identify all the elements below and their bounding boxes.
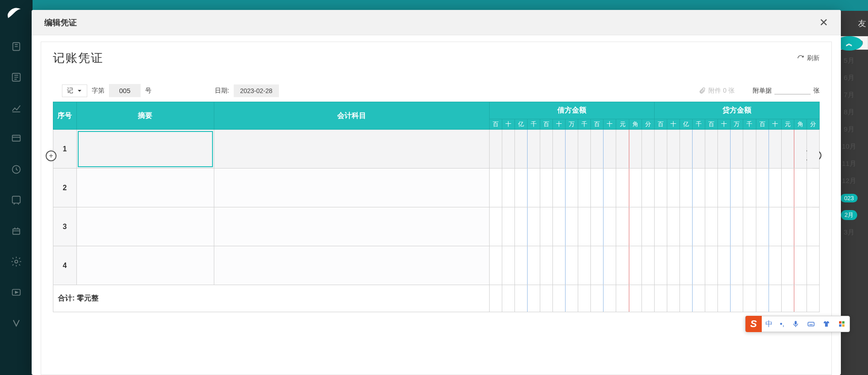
amount-digit[interactable] <box>591 246 604 285</box>
amount-digit[interactable] <box>578 130 591 169</box>
amount-digit[interactable] <box>616 207 629 246</box>
summary-cell[interactable] <box>76 169 214 207</box>
amount-digit[interactable] <box>616 130 629 169</box>
amount-digit[interactable] <box>718 130 731 169</box>
nav-icon-4[interactable] <box>10 133 22 145</box>
amount-digit[interactable] <box>540 169 552 207</box>
amount-digit[interactable] <box>756 207 769 246</box>
amount-digit[interactable] <box>693 169 705 207</box>
amount-digit[interactable] <box>578 207 591 246</box>
account-cell[interactable] <box>214 130 489 169</box>
amount-digit[interactable] <box>629 207 642 246</box>
amount-digit[interactable] <box>489 207 502 246</box>
nav-icon-v[interactable] <box>10 317 22 329</box>
amount-digit[interactable] <box>679 246 692 285</box>
voucher-type-select[interactable]: 记 <box>62 84 87 97</box>
year-pill[interactable]: 023 <box>840 194 858 202</box>
date-input[interactable]: 2023-02-28 <box>234 84 279 97</box>
amount-digit[interactable] <box>566 207 578 246</box>
amount-digit[interactable] <box>718 246 731 285</box>
amount-digit[interactable] <box>553 169 566 207</box>
amount-digit[interactable] <box>769 207 781 246</box>
amount-digit[interactable] <box>781 207 794 246</box>
amount-digit[interactable] <box>566 130 578 169</box>
summary-cell[interactable] <box>76 130 214 169</box>
amount-digit[interactable] <box>553 246 566 285</box>
amount-digit[interactable] <box>514 246 527 285</box>
amount-digit[interactable] <box>769 169 781 207</box>
nav-icon-1[interactable] <box>10 41 22 52</box>
amount-digit[interactable] <box>769 130 781 169</box>
ime-keyboard-icon[interactable] <box>803 320 819 328</box>
amount-digit[interactable] <box>679 207 692 246</box>
amount-digit[interactable] <box>667 169 679 207</box>
amount-digit[interactable] <box>502 130 514 169</box>
amount-digit[interactable] <box>781 246 794 285</box>
amount-digit[interactable] <box>794 169 807 207</box>
amount-digit[interactable] <box>629 246 642 285</box>
gear-icon[interactable] <box>10 256 22 267</box>
amount-digit[interactable] <box>654 130 667 169</box>
amount-digit[interactable] <box>756 246 769 285</box>
attachment-link[interactable]: 附件 0 张 <box>698 87 735 95</box>
amount-digit[interactable] <box>731 130 743 169</box>
amount-digit[interactable] <box>616 169 629 207</box>
amount-digit[interactable] <box>654 246 667 285</box>
amount-digit[interactable] <box>514 169 527 207</box>
amount-digit[interactable] <box>566 169 578 207</box>
amount-digit[interactable] <box>604 130 616 169</box>
summary-cell[interactable] <box>76 207 214 246</box>
amount-digit[interactable] <box>731 169 743 207</box>
amount-digit[interactable] <box>769 246 781 285</box>
attach-doc-input[interactable] <box>774 87 811 94</box>
nav-icon-7[interactable] <box>10 225 22 237</box>
amount-digit[interactable] <box>807 130 819 169</box>
nav-icon-3[interactable] <box>10 102 22 114</box>
amount-digit[interactable] <box>807 207 819 246</box>
nav-icon-5[interactable] <box>10 164 22 175</box>
amount-digit[interactable] <box>578 246 591 285</box>
voucher-no-input[interactable] <box>109 84 141 97</box>
amount-digit[interactable] <box>642 207 654 246</box>
amount-digit[interactable] <box>731 207 743 246</box>
amount-digit[interactable] <box>527 169 540 207</box>
amount-digit[interactable] <box>743 246 756 285</box>
amount-digit[interactable] <box>743 207 756 246</box>
account-cell[interactable] <box>214 169 489 207</box>
ime-toolbar[interactable]: S 中 •, <box>745 316 850 332</box>
amount-digit[interactable] <box>553 130 566 169</box>
amount-digit[interactable] <box>705 207 718 246</box>
amount-digit[interactable] <box>578 169 591 207</box>
amount-digit[interactable] <box>514 130 527 169</box>
amount-digit[interactable] <box>807 246 819 285</box>
amount-digit[interactable] <box>629 130 642 169</box>
amount-digit[interactable] <box>667 246 679 285</box>
amount-digit[interactable] <box>514 207 527 246</box>
amount-digit[interactable] <box>654 207 667 246</box>
ime-skin-icon[interactable] <box>819 320 834 328</box>
account-cell[interactable] <box>214 246 489 285</box>
amount-digit[interactable] <box>527 130 540 169</box>
amount-digit[interactable] <box>705 130 718 169</box>
amount-digit[interactable] <box>527 207 540 246</box>
amount-digit[interactable] <box>807 169 819 207</box>
amount-digit[interactable] <box>718 169 731 207</box>
amount-digit[interactable] <box>781 169 794 207</box>
amount-digit[interactable] <box>489 130 502 169</box>
nav-icon-video[interactable] <box>10 286 22 298</box>
amount-digit[interactable] <box>591 130 604 169</box>
amount-digit[interactable] <box>489 169 502 207</box>
amount-digit[interactable] <box>604 246 616 285</box>
amount-digit[interactable] <box>604 207 616 246</box>
add-row-button[interactable]: + <box>46 150 57 161</box>
amount-digit[interactable] <box>756 130 769 169</box>
amount-digit[interactable] <box>591 169 604 207</box>
amount-digit[interactable] <box>642 130 654 169</box>
amount-digit[interactable] <box>553 207 566 246</box>
amount-digit[interactable] <box>667 130 679 169</box>
close-icon[interactable]: ✕ <box>819 16 828 29</box>
amount-digit[interactable] <box>502 169 514 207</box>
refresh-button[interactable]: 刷新 <box>797 54 820 62</box>
amount-digit[interactable] <box>667 207 679 246</box>
account-cell[interactable] <box>214 207 489 246</box>
